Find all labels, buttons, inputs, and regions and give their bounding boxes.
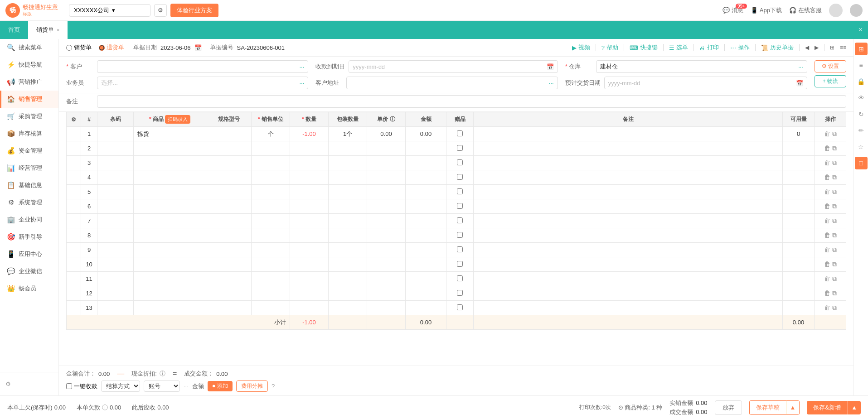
- row-spec-cell[interactable]: [206, 141, 252, 156]
- row-note-cell[interactable]: [474, 141, 783, 156]
- settle-method-select[interactable]: 结算方式: [101, 380, 140, 392]
- expense-button[interactable]: 费用分摊: [236, 380, 268, 392]
- row-pkgqty-cell[interactable]: [329, 257, 367, 272]
- copy-row-button[interactable]: ⧉: [832, 260, 837, 268]
- row-amount-cell[interactable]: [406, 301, 446, 315]
- row-spec-cell[interactable]: [206, 272, 252, 286]
- row-product-cell[interactable]: [134, 243, 206, 257]
- row-pkgqty-cell[interactable]: [329, 301, 367, 315]
- row-pkgqty-cell[interactable]: [329, 141, 367, 156]
- row-price-cell[interactable]: [367, 272, 406, 286]
- row-unit-cell[interactable]: [252, 214, 290, 228]
- row-price-cell[interactable]: [367, 228, 406, 243]
- sidebar-item-sales[interactable]: 🏠 销售管理: [0, 91, 58, 108]
- calendar-icon2[interactable]: 📅: [547, 63, 554, 70]
- row-qty-cell[interactable]: [290, 156, 329, 170]
- row-gift-cell[interactable]: [446, 301, 474, 315]
- row-pkgqty-cell[interactable]: [329, 243, 367, 257]
- trial-button[interactable]: 体验行业方案: [170, 4, 218, 17]
- row-gift-cell[interactable]: [446, 170, 474, 185]
- row-price-cell[interactable]: [367, 156, 406, 170]
- row-unit-cell[interactable]: [252, 228, 290, 243]
- row-barcode-cell[interactable]: [97, 199, 134, 214]
- row-product-cell[interactable]: [134, 199, 206, 214]
- row-note-cell[interactable]: [474, 214, 783, 228]
- row-unit-cell[interactable]: [252, 286, 290, 301]
- home-tab[interactable]: 首页: [0, 21, 28, 39]
- one-click-pay-checkbox[interactable]: 一键收款: [66, 382, 97, 390]
- copy-row-button[interactable]: ⧉: [832, 217, 837, 225]
- row-barcode-cell[interactable]: [97, 156, 134, 170]
- row-spec-cell[interactable]: [206, 243, 252, 257]
- col-settings-header[interactable]: ⚙: [67, 112, 81, 127]
- delete-row-button[interactable]: 🗑: [824, 260, 830, 268]
- row-note-cell[interactable]: [474, 243, 783, 257]
- row-gift-cell[interactable]: [446, 243, 474, 257]
- right-icon-list[interactable]: ≡: [855, 59, 868, 72]
- row-spec-cell[interactable]: [206, 228, 252, 243]
- row-qty-cell[interactable]: [290, 199, 329, 214]
- close-all-tabs-button[interactable]: ×: [858, 26, 863, 34]
- sales-order-tab[interactable]: 销货单 ×: [28, 21, 68, 39]
- row-product-cell[interactable]: [134, 301, 206, 315]
- copy-row-button[interactable]: ⧉: [832, 173, 837, 181]
- save-draft-button[interactable]: 保存草稿: [749, 400, 786, 415]
- print-action[interactable]: 🖨 打印: [699, 43, 719, 52]
- operation-action[interactable]: ⋯ 操作: [730, 43, 750, 52]
- row-product-cell[interactable]: [134, 286, 206, 301]
- row-spec-cell[interactable]: [206, 127, 252, 141]
- save-new-chevron[interactable]: ▲: [847, 401, 861, 414]
- row-unit-cell[interactable]: [252, 185, 290, 199]
- row-qty-cell[interactable]: [290, 141, 329, 156]
- row-barcode-cell[interactable]: [97, 214, 134, 228]
- row-amount-cell[interactable]: [406, 243, 446, 257]
- right-icon-edit[interactable]: ✏: [855, 124, 868, 137]
- row-pkgqty-cell[interactable]: [329, 272, 367, 286]
- payment-due-input[interactable]: yyyy-mm-dd 📅: [349, 60, 558, 73]
- sidebar-item-enterprise[interactable]: 🏢 企业协同: [0, 211, 58, 228]
- delete-row-button[interactable]: 🗑: [824, 159, 830, 167]
- row-product-cell[interactable]: [134, 141, 206, 156]
- app-download-button[interactable]: 📱 App下载: [751, 6, 782, 14]
- row-qty-cell[interactable]: [290, 243, 329, 257]
- sidebar-item-finance[interactable]: 💰 资金管理: [0, 142, 58, 159]
- row-unit-cell[interactable]: [252, 170, 290, 185]
- account-select[interactable]: 账号: [144, 380, 180, 392]
- sidebar-item-guide[interactable]: 🎯 新手引导: [0, 228, 58, 246]
- sidebar-item-quick-nav[interactable]: ⚡ 快捷导航: [0, 56, 58, 73]
- row-note-cell[interactable]: [474, 257, 783, 272]
- row-note-cell[interactable]: [474, 185, 783, 199]
- company-selector[interactable]: XXXXXX公司 ▾: [69, 4, 150, 17]
- avatar[interactable]: [829, 4, 843, 17]
- help-action[interactable]: ? 帮助: [601, 43, 618, 52]
- customer-input[interactable]: ···: [97, 60, 308, 73]
- sidebar-item-system[interactable]: ⚙ 系统管理: [0, 194, 58, 211]
- row-price-cell[interactable]: [367, 199, 406, 214]
- row-product-cell[interactable]: [134, 214, 206, 228]
- right-icon-grid[interactable]: ⊞: [855, 43, 868, 55]
- delete-row-button[interactable]: 🗑: [824, 130, 830, 138]
- list-mode-button[interactable]: ≡≡: [840, 44, 846, 51]
- row-qty-cell[interactable]: [290, 301, 329, 315]
- avatar-extra[interactable]: [850, 4, 863, 17]
- sidebar-item-purchase[interactable]: 🛒 采购管理: [0, 108, 58, 125]
- customer-address-input[interactable]: ···: [346, 77, 558, 89]
- row-price-cell[interactable]: [367, 141, 406, 156]
- row-unit-cell[interactable]: [252, 301, 290, 315]
- row-product-cell[interactable]: [134, 170, 206, 185]
- save-draft-chevron[interactable]: ▲: [786, 400, 800, 415]
- history-action[interactable]: 📜 历史单据: [761, 43, 794, 52]
- copy-row-button[interactable]: ⧉: [832, 231, 837, 239]
- row-note-cell[interactable]: [474, 199, 783, 214]
- row-unit-cell[interactable]: [252, 257, 290, 272]
- row-pkgqty-cell[interactable]: [329, 156, 367, 170]
- next-button[interactable]: ▶: [815, 44, 819, 51]
- sidebar-item-business[interactable]: 📊 经营管理: [0, 159, 58, 177]
- video-action[interactable]: ▶ 视频: [572, 43, 590, 52]
- row-spec-cell[interactable]: [206, 214, 252, 228]
- row-spec-cell[interactable]: [206, 257, 252, 272]
- row-qty-cell[interactable]: -1.00: [290, 127, 329, 141]
- row-barcode-cell[interactable]: [97, 185, 134, 199]
- row-price-cell[interactable]: [367, 286, 406, 301]
- expected-date-input[interactable]: yyyy-mm-dd 📅: [604, 77, 807, 89]
